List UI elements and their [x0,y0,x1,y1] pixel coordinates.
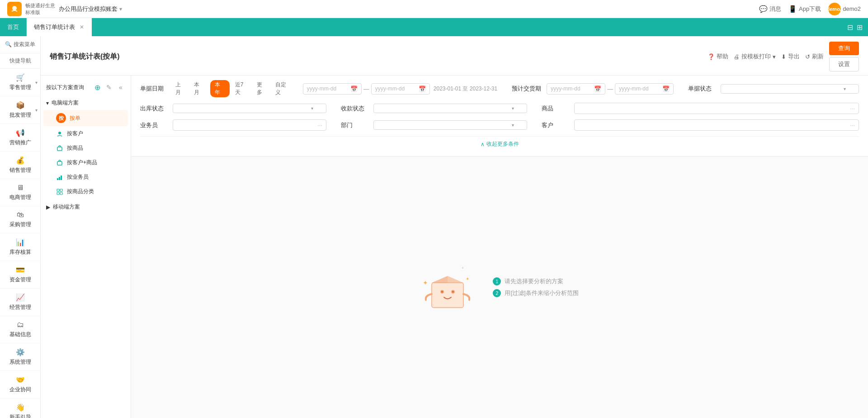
sidebar-item-basic[interactable]: 🗂 基础信息 [0,316,40,343]
plan-item-by-salesperson[interactable]: 按业务员 [43,170,128,184]
pc-plan-group-title[interactable]: ▾ 电脑端方案 [41,96,131,109]
system-title-dropdown[interactable]: 办公用品行业模拟账套 ▾ [59,5,122,13]
sidebar-item-wholesale[interactable]: 📦 批发管理 [0,96,40,124]
goods-plan-icon [56,145,63,152]
logo-icon [7,2,22,16]
customer-label: 客户 [542,121,569,129]
page-header: 销售订单统计表(按单) ❓ 帮助 🖨 按模板打印 ▾ ⬇ 导出 ↺ 刷新 [41,36,868,76]
mobile-plan-group: ▶ 移动端方案 [41,200,131,214]
receipt-status-select[interactable]: ▾ [373,104,527,113]
sidebar-item-inventory[interactable]: 📊 库存核算 [0,233,40,261]
sidebar-item-system[interactable]: ⚙️ 系统管理 [0,343,40,371]
tab-close-icon[interactable]: ✕ [80,24,84,30]
logo-text: 畅捷通好生意 标准版 [25,2,55,15]
collapse-up-icon: ∧ [481,141,485,147]
plan-item-by-goods[interactable]: 按商品 [43,141,128,155]
sidebar: 🔍 搜索菜单 快捷导航 🛒 零售管理 📦 批发管理 📢 营销推广 💰 销售管理 … [0,36,41,418]
customer-input[interactable]: ··· [574,119,859,131]
sidebar-item-purchase[interactable]: 🛍 采购管理 [0,206,40,233]
tab-bar: 首页 销售订单统计表 ✕ ⊟ ⊞ [0,18,868,36]
sidebar-item-retail[interactable]: 🛒 零售管理 [0,69,40,96]
svg-marker-12 [432,276,448,283]
sales-tab-label: 销售订单统计表 [34,23,75,31]
date-filter-label: 单据日期 [140,85,167,93]
app-download-button[interactable]: 📱 App下载 [788,5,821,13]
date-shortcuts-group: 上月 本月 本年 近7天 更多 自定义 [173,80,294,97]
print-button[interactable]: 🖨 按模板打印 ▾ [734,52,776,61]
delivery-status-arrow-icon: ▾ [311,106,313,111]
end-date-input[interactable]: yyyy-mm-dd 📅 [371,83,430,95]
shortcut-this-year[interactable]: 本年 [210,80,230,97]
sidebar-item-enterprise[interactable]: 🤝 企业协同 [0,371,40,399]
goods-category-plan-icon [56,188,63,195]
order-status-select[interactable]: ▾ [721,84,859,94]
delivery-status-label: 出库状态 [140,104,167,113]
basic-icon: 🗂 [17,321,24,329]
page-actions: ❓ 帮助 🖨 按模板打印 ▾ ⬇ 导出 ↺ 刷新 查询 [708,42,859,71]
operations-icon: 📈 [16,293,25,302]
sidebar-item-finance[interactable]: 💳 资金管理 [0,261,40,289]
refresh-button[interactable]: ↺ 刷新 [805,52,824,61]
filter-section: 单据日期 上月 本月 本年 近7天 更多 自定义 yyyy-mm-dd [131,76,868,157]
purchase-icon: 🛍 [17,211,24,219]
customer-goods-plan-icon [56,159,63,166]
filter-row-2: 出库状态 ▾ 收款状态 ▾ 商品 ··· [140,103,859,114]
sidebar-search[interactable]: 🔍 搜索菜单 [0,36,40,53]
shortcut-custom[interactable]: 自定义 [273,80,294,97]
main-layout: 🔍 搜索菜单 快捷导航 🛒 零售管理 📦 批发管理 📢 营销推广 💰 销售管理 … [0,36,868,418]
message-button[interactable]: 💬 消息 [759,5,781,13]
department-select[interactable]: ▾ [373,120,527,130]
department-label: 部门 [341,121,368,129]
mobile-plan-group-title[interactable]: ▶ 移动端方案 [41,200,131,214]
svg-text:✦: ✦ [423,279,428,286]
edit-plan-button[interactable]: ✎ [104,83,113,92]
plan-item-by-customer-goods[interactable]: 按客户+商品 [43,156,128,170]
svg-rect-3 [57,162,62,165]
date-separator: — [363,86,369,92]
plan-item-by-customer[interactable]: 按客户 [43,127,128,141]
customer-more-icon: ··· [850,122,855,128]
filter-row-3: 业务员 ··· 部门 ▾ 客户 ··· [140,119,859,131]
delivery-status-select[interactable]: ▾ [173,104,326,113]
goods-label: 商品 [542,104,569,113]
sidebar-item-ecommerce[interactable]: 🖥 电商管理 [0,179,40,206]
collapse-bar[interactable]: ∧ 收起更多条件 [140,136,859,152]
sidebar-item-marketing[interactable]: 📢 营销推广 [0,124,40,152]
shortcut-this-month[interactable]: 本月 [191,80,207,97]
query-button[interactable]: 查询 [829,42,859,55]
setting-button[interactable]: 设置 [829,57,859,71]
svg-text:✦: ✦ [466,276,469,281]
add-plan-button[interactable]: ⊕ [93,83,102,92]
help-button[interactable]: ❓ 帮助 [708,52,728,61]
svg-rect-4 [57,178,58,180]
collapse-panel-button[interactable]: « [116,83,125,92]
system-title: 办公用品行业模拟账套 [59,5,118,13]
sidebar-item-operations[interactable]: 📈 经营管理 [0,289,40,316]
expected-start-date-input[interactable]: yyyy-mm-dd 📅 [547,83,605,95]
home-tab-label: 首页 [7,23,19,31]
tab-sales-order-stats[interactable]: 销售订单统计表 ✕ [27,18,92,36]
salesperson-more-icon: ··· [317,122,322,128]
plan-item-by-order[interactable]: 按 按单 [43,110,128,126]
message-icon: 💬 [759,5,768,13]
goods-input[interactable]: ··· [574,103,859,114]
start-date-input[interactable]: yyyy-mm-dd 📅 [303,83,362,95]
svg-point-17 [452,291,454,293]
tab-minimize-icon[interactable]: ⊟ [847,23,853,32]
tab-home[interactable]: 首页 [0,18,27,36]
left-panel-title: 按以下方案查询 [46,84,84,91]
sidebar-item-sales[interactable]: 💰 销售管理 [0,152,40,179]
salesperson-input[interactable]: ··· [173,119,326,131]
user-profile[interactable]: demo2 demo2 [828,3,861,15]
tab-maximize-icon[interactable]: ⊞ [857,23,863,32]
export-button[interactable]: ⬇ 导出 [781,52,800,61]
shortcut-more[interactable]: 更多 [254,80,270,97]
sidebar-quick-nav[interactable]: 快捷导航 [0,53,40,69]
shortcut-last-month[interactable]: 上月 [173,80,189,97]
left-panel-icons: ⊕ ✎ « [93,83,125,92]
shortcut-last7days[interactable]: 近7天 [232,80,251,97]
sidebar-item-newuser[interactable]: 👋 新手引导 [0,399,40,418]
plan-item-by-goods-category[interactable]: 按商品分类 [43,185,128,199]
expected-end-date-input[interactable]: yyyy-mm-dd 📅 [615,83,674,95]
top-bar-left: 畅捷通好生意 标准版 办公用品行业模拟账套 ▾ [7,2,122,16]
